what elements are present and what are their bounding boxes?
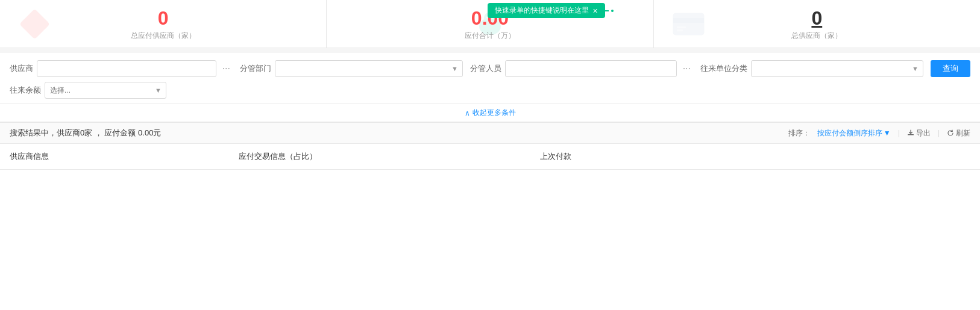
filter-person: 分管人员 ··· — [470, 60, 693, 77]
supplier-label: 供应商 — [10, 63, 33, 74]
supplier-dots[interactable]: ··· — [220, 63, 233, 74]
export-icon — [907, 129, 914, 137]
results-bar: 搜索结果中，供应商0家 ， 应付金额 0.00元 排序： 按应付会额倒序排序 ▼… — [0, 122, 980, 144]
tooltip-close[interactable]: × — [592, 7, 597, 15]
department-select-wrapper: ▼ — [275, 60, 463, 77]
divider-1: | — [898, 129, 900, 137]
collapse-icon: ∧ — [465, 109, 470, 117]
collapse-bar: ∧ 收起更多条件 — [0, 104, 980, 122]
refresh-label: 刷新 — [956, 128, 970, 138]
svg-rect-10 — [673, 18, 704, 23]
divider-2: | — [938, 129, 940, 137]
person-label: 分管人员 — [470, 63, 501, 74]
balance-input[interactable] — [45, 82, 166, 99]
col-transaction-header: 应付交易信息（占比） — [239, 151, 540, 162]
filter-unit-category: 往来单位分类 ▼ — [700, 60, 923, 77]
tooltip-dot — [610, 8, 615, 13]
unit-category-label: 往来单位分类 — [700, 63, 747, 74]
department-label: 分管部门 — [240, 63, 271, 74]
svg-rect-11 — [677, 26, 686, 28]
filter-supplier: 供应商 ··· — [10, 60, 233, 77]
tooltip-text: 快速录单的快捷键说明在这里 — [495, 5, 589, 16]
payable-suppliers-label: 总应付供应商（家） — [131, 31, 196, 41]
results-separator: ， — [95, 128, 102, 137]
unit-category-select-wrapper: ▼ — [751, 60, 923, 77]
svg-rect-13 — [908, 134, 914, 135]
filter-department: 分管部门 ▼ — [240, 60, 463, 77]
refresh-icon — [947, 129, 954, 137]
table-area: 供应商信息 应付交易信息（占比） 上次付款 — [0, 144, 980, 310]
svg-rect-12 — [677, 29, 683, 31]
svg-rect-0 — [20, 9, 49, 39]
balance-select-wrapper: ▼ — [45, 82, 166, 99]
balance-label: 往来余额 — [10, 85, 41, 96]
export-button[interactable]: 导出 — [907, 128, 931, 138]
results-amount: 应付金额 0.00元 — [104, 128, 161, 137]
filter-row-2: 往来余额 ▼ — [10, 82, 970, 99]
card-icon — [672, 12, 705, 36]
diamond-icon — [18, 7, 51, 40]
collapse-label: 收起更多条件 — [473, 108, 516, 118]
table-body — [0, 170, 980, 310]
payable-total-label: 应付合计（万） — [465, 31, 515, 41]
person-dots[interactable]: ··· — [680, 63, 693, 74]
collapse-button[interactable]: ∧ 收起更多条件 — [465, 108, 516, 118]
payable-suppliers-number: 0 — [158, 7, 169, 29]
stat-total-suppliers: 0 总供应商（家） — [654, 0, 980, 48]
export-label: 导出 — [916, 128, 931, 138]
filter-row-1: 供应商 ··· 分管部门 ▼ 分管人员 ··· 往来单位分类 ▼ — [10, 60, 970, 77]
sort-chevron-icon: ▼ — [884, 129, 891, 137]
supplier-input[interactable] — [37, 60, 216, 77]
col-supplier-header: 供应商信息 — [10, 151, 239, 162]
tooltip-bar: 快速录单的快捷键说明在这里 × — [488, 3, 605, 18]
total-suppliers-number: 0 — [811, 7, 822, 29]
stat-payable-suppliers: 0 总应付供应商（家） — [0, 0, 327, 48]
query-button[interactable]: 查询 — [931, 60, 970, 77]
filter-area: 供应商 ··· 分管部门 ▼ 分管人员 ··· 往来单位分类 ▼ — [0, 53, 980, 104]
svg-rect-9 — [673, 13, 704, 35]
filter-balance: 往来余额 ▼ — [10, 82, 166, 99]
person-input[interactable] — [505, 60, 677, 77]
col-payment-header: 上次付款 — [540, 151, 970, 162]
results-info-section: 搜索结果中，供应商0家 ， 应付金额 0.00元 — [10, 128, 161, 138]
table-header: 供应商信息 应付交易信息（占比） 上次付款 — [0, 144, 980, 170]
results-actions: 排序： 按应付会额倒序排序 ▼ | 导出 | 刷新 — [788, 128, 970, 138]
results-info: 搜索结果中，供应商0家 — [10, 128, 92, 137]
department-input[interactable] — [275, 60, 463, 77]
stat-payable-total: 快速录单的快捷键说明在这里 × 0.00 应付合计（万） — [327, 0, 653, 48]
total-suppliers-label: 总供应商（家） — [791, 31, 842, 41]
unit-category-input[interactable] — [751, 60, 923, 77]
sort-value[interactable]: 按应付会额倒序排序 ▼ — [817, 128, 891, 138]
refresh-button[interactable]: 刷新 — [947, 128, 970, 138]
stats-bar: 0 总应付供应商（家） 快速录单的快捷键说明在这里 × 0.00 应付合计（万） — [0, 0, 980, 48]
sort-label: 排序： — [788, 128, 810, 138]
sort-value-text: 按应付会额倒序排序 — [817, 128, 882, 138]
